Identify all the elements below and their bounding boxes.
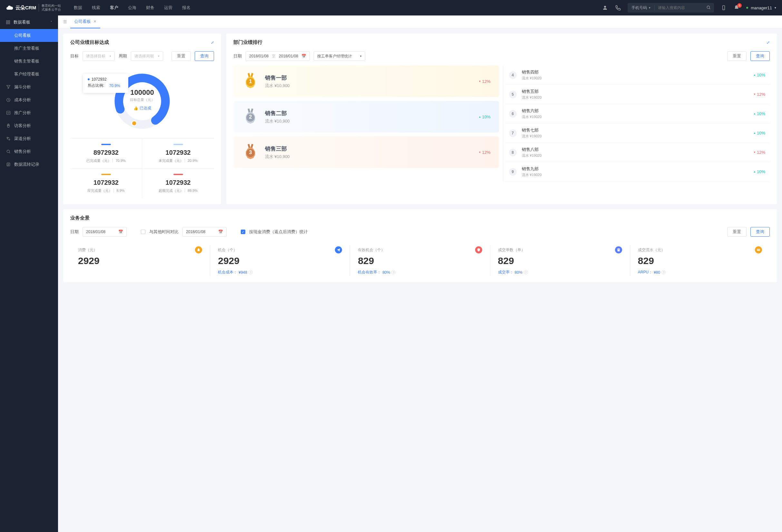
trend-indicator: 10% <box>479 114 491 119</box>
compare-label: 与其他时间对比 <box>149 229 179 235</box>
target-label: 目标 <box>70 53 79 59</box>
calendar-icon: 📅 <box>118 229 123 234</box>
search-button[interactable] <box>703 5 714 11</box>
rank-row[interactable]: 8销售八部流水 ¥19020 12% <box>504 143 770 162</box>
panel-title: 公司业绩目标达成 <box>70 39 211 45</box>
overview-card[interactable]: 有效机会（个）829机会有效率：80%? <box>350 245 490 276</box>
goals-panel: 公司业绩目标达成 ⤢ 目标 请选择目标▾ 周期 请选择周期▾ 重置 查询 <box>63 34 221 204</box>
sidebar-group-dashboard[interactable]: 数据看板 ˄ <box>0 15 58 29</box>
target-select[interactable]: 请选择目标▾ <box>82 51 115 61</box>
sidebar-item[interactable]: 销售主管看板 <box>0 55 58 68</box>
dashboard-icon <box>6 20 10 25</box>
overview-card[interactable]: 机会（个）2929机会成本：¥948? <box>210 245 350 276</box>
status-dot <box>746 7 748 9</box>
logo[interactable]: 云朵CRM 教育机构一站式服务云平台 <box>6 4 61 11</box>
rank-row[interactable]: 7销售七部流水 ¥19020 10% <box>504 123 770 143</box>
logo-text: 云朵CRM <box>15 5 36 11</box>
chevron-down-icon: ▾ <box>775 6 776 9</box>
period-select[interactable]: 请选择周期▾ <box>131 51 163 61</box>
calendar-icon: 📅 <box>218 229 223 234</box>
bell-icon[interactable]: 5 <box>733 4 740 11</box>
sidebar-item[interactable]: 客户经理看板 <box>0 68 58 81</box>
stat-cell: 1072932超额完成（元）89.9% <box>142 168 214 198</box>
expand-icon[interactable]: ⤢ <box>767 40 770 45</box>
panel-title: 部门业绩排行 <box>234 39 767 45</box>
reset-button[interactable]: 重置 <box>727 51 747 61</box>
stat-checkbox[interactable]: ✓ <box>241 229 245 234</box>
nav-item[interactable]: 财务 <box>146 5 154 11</box>
chevron-up-icon: ˄ <box>50 21 52 24</box>
sidebar-item[interactable]: 推广分析 <box>0 106 58 119</box>
trend-indicator: 10% <box>753 169 765 174</box>
svg-point-16 <box>132 121 137 126</box>
overview-card[interactable]: 成交单数（单）829成交率：80%? <box>490 245 630 276</box>
tab-company-dashboard[interactable]: 公司看板 ✕ <box>70 15 100 28</box>
reset-button[interactable]: 重置 <box>172 51 191 61</box>
svg-rect-5 <box>8 21 10 22</box>
query-button[interactable]: 查询 <box>195 51 214 61</box>
sidebar: 数据看板 ˄ 公司看板推广主管看板销售主管看板客户经理看板 漏斗分析成本分析推广… <box>0 15 58 532</box>
search-type-select[interactable]: 手机号码▾ <box>628 5 655 11</box>
nav-item[interactable]: 报名 <box>182 5 190 11</box>
compare-checkbox[interactable] <box>141 229 145 234</box>
trend-indicator: 10% <box>753 73 765 77</box>
rank-podium-card[interactable]: 1销售一部流水 ¥10,900 12% <box>234 66 499 97</box>
nav-item[interactable]: 线索 <box>92 5 100 11</box>
mode-select[interactable]: 按工单客户经理统计▾ <box>314 51 365 61</box>
user-menu[interactable]: manager11 ▾ <box>746 5 776 10</box>
medal-icon: 1 <box>242 73 259 90</box>
help-icon[interactable]: ? <box>391 270 395 274</box>
notif-badge: 5 <box>737 3 742 8</box>
stat-label: 按现金消费（返点后消费）统计 <box>249 229 308 235</box>
help-icon[interactable]: ? <box>662 270 666 274</box>
rank-podium-card[interactable]: 3销售三部流水 ¥10,900 12% <box>234 136 499 168</box>
close-icon[interactable]: ✕ <box>94 19 96 24</box>
rank-row[interactable]: 4销售四部流水 ¥19020 10% <box>504 66 770 85</box>
sidebar-item[interactable]: 推广主管看板 <box>0 42 58 55</box>
nav-item[interactable]: 客户 <box>110 5 118 11</box>
phone-icon[interactable] <box>615 4 621 11</box>
donut-status: 👍已达成 <box>111 105 173 111</box>
overview-card[interactable]: 消费（元）2929 <box>70 245 210 276</box>
shield-icon <box>475 246 482 253</box>
sidebar-item[interactable]: 公司看板 <box>0 29 58 42</box>
query-button[interactable]: 查询 <box>750 227 770 237</box>
menu-icon <box>6 149 11 154</box>
svg-rect-2 <box>723 5 725 10</box>
query-button[interactable]: 查询 <box>750 51 770 61</box>
nav-item[interactable]: 公海 <box>128 5 136 11</box>
date-range-input[interactable]: 2018/01/08至2018/01/08 📅 <box>246 51 310 61</box>
sidebar-item[interactable]: 数据流转记录 <box>0 158 58 171</box>
sidebar-item[interactable]: 访客分析 <box>0 119 58 132</box>
help-icon[interactable]: ? <box>524 270 528 274</box>
person-icon[interactable] <box>602 4 608 11</box>
tab-bar: ☰ 公司看板 ✕ <box>58 15 782 28</box>
overview-card[interactable]: 成交流水（元）829ARPU：¥80? <box>630 245 770 276</box>
menu-icon <box>6 111 11 115</box>
expand-icon[interactable]: ⤢ <box>211 40 214 45</box>
cloud-icon <box>6 4 13 11</box>
date-input[interactable]: 2018/01/08📅 <box>82 227 127 237</box>
collapse-sidebar-button[interactable]: ☰ <box>61 19 69 24</box>
sidebar-item[interactable]: 销售分析 <box>0 145 58 158</box>
rank-row[interactable]: 9销售九部流水 ¥19020 10% <box>504 162 770 181</box>
rank-row[interactable]: 5销售五部流水 ¥19020 12% <box>504 85 770 104</box>
sidebar-item[interactable]: 漏斗分析 <box>0 81 58 94</box>
search-input[interactable] <box>655 5 703 10</box>
compare-date-input[interactable]: 2018/01/08📅 <box>182 227 226 237</box>
calendar-icon: 📅 <box>301 54 306 58</box>
device-icon[interactable] <box>720 4 727 11</box>
help-icon[interactable]: ? <box>249 270 253 274</box>
svg-point-0 <box>604 6 606 8</box>
svg-point-11 <box>9 139 10 140</box>
logo-sub: 教育机构一站式服务云平台 <box>39 4 61 11</box>
rank-podium-card[interactable]: 2销售二部流水 ¥10,900 10% <box>234 101 499 133</box>
reset-button[interactable]: 重置 <box>727 227 747 237</box>
nav-item[interactable]: 运营 <box>164 5 173 11</box>
sidebar-item[interactable]: 渠道分析 <box>0 132 58 145</box>
sidebar-item[interactable]: 成本分析 <box>0 94 58 106</box>
rank-panel: 部门业绩排行 ⤢ 日期 2018/01/08至2018/01/08 📅 按工单客… <box>226 34 777 204</box>
nav-item[interactable]: 数据 <box>74 5 82 11</box>
menu-icon <box>6 85 11 89</box>
rank-row[interactable]: 6销售六部流水 ¥19020 10% <box>504 104 770 123</box>
